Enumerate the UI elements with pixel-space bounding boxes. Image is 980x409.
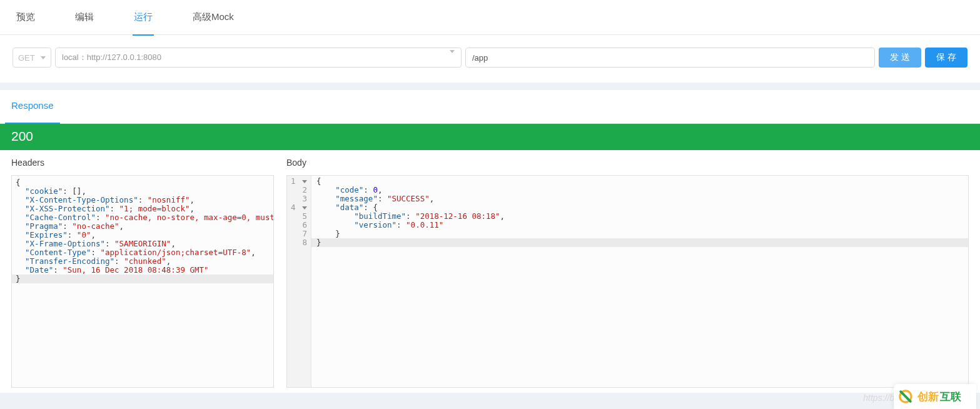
save-button[interactable]: 保 存 [925,48,967,68]
http-method-value: GET [18,53,35,63]
tab-preview[interactable]: 预览 [15,0,36,35]
fold-icon[interactable] [302,180,307,183]
body-code-pane[interactable]: 1 234 5678 { "code": 0, "message": "SUCC… [286,175,969,388]
body-title: Body [286,158,969,168]
send-button[interactable]: 发 送 [879,48,921,68]
brand-badge[interactable]: 创新互联 [894,384,976,409]
tab-run[interactable]: 运行 [133,0,154,35]
response-panel: Response 200 Headers { "cookie": [], "X-… [0,90,980,393]
request-bar: GET local：http://127.0.0.1:8080 发 送 保 存 [0,35,980,83]
main-tabs: 预览 编辑 运行 高级Mock [0,0,980,35]
fold-icon[interactable] [302,206,307,210]
base-url-select[interactable]: local：http://127.0.0.1:8080 [55,48,462,68]
headers-title: Headers [11,158,274,168]
brand-text-2: 互联 [940,390,961,404]
brand-text-1: 创新 [917,390,939,404]
status-code-bar: 200 [0,124,980,150]
chevron-down-icon [450,50,455,63]
base-url-value: local：http://127.0.0.1:8080 [62,52,161,63]
http-method-select[interactable]: GET [13,48,51,68]
brand-logo-icon [897,388,914,405]
chevron-down-icon [41,56,46,59]
response-tab[interactable]: Response [11,98,54,117]
response-tabbar: Response [0,90,980,124]
headers-code-pane[interactable]: { "cookie": [], "X-Content-Type-Options"… [11,175,274,388]
tab-edit[interactable]: 编辑 [74,0,95,35]
tab-advanced-mock[interactable]: 高级Mock [191,0,235,35]
path-input[interactable] [465,48,875,68]
